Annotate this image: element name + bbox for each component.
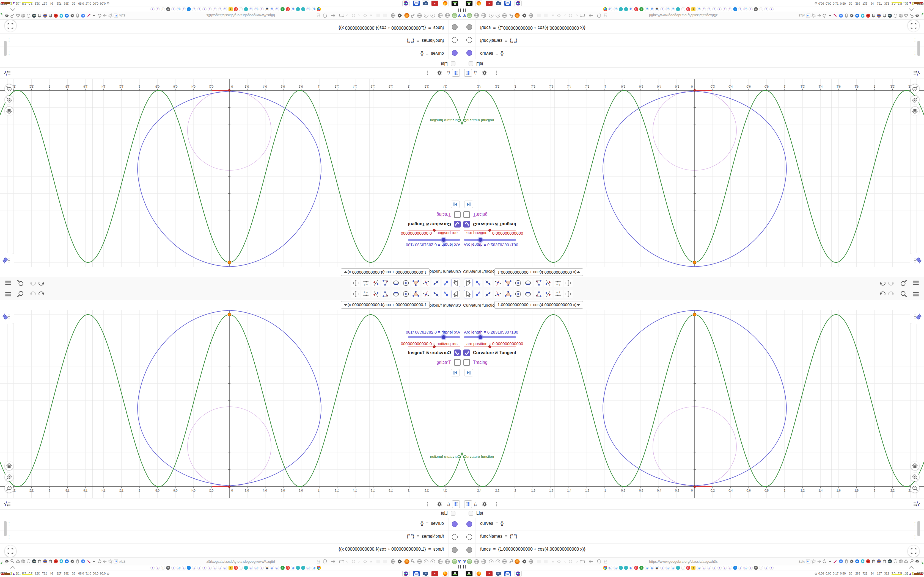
curvature-tangent-checkbox[interactable] — [464, 221, 470, 227]
arc-position-point[interactable] — [228, 485, 231, 488]
tree-view-button[interactable] — [464, 69, 472, 77]
favicon-flower[interactable]: * — [702, 566, 706, 570]
wrench-icon[interactable] — [10, 13, 15, 18]
shield-icon[interactable] — [322, 559, 328, 564]
visibility-toggle[interactable] — [467, 24, 472, 30]
favicon-flower[interactable]: * — [260, 566, 264, 570]
favicon-G[interactable]: G — [696, 7, 701, 11]
arrow-right-icon[interactable] — [817, 13, 822, 18]
row-kebab-icon[interactable]: ⋮ — [6, 50, 11, 55]
plus-blue-icon[interactable] — [855, 559, 859, 564]
favicon-flower[interactable]: * — [218, 566, 222, 570]
favicon-G[interactable]: G — [254, 566, 258, 570]
tool-circle[interactable] — [402, 290, 410, 298]
favicon-G[interactable]: G — [743, 566, 748, 570]
favicon-G[interactable]: G — [249, 7, 253, 11]
favicon-flower[interactable]: * — [738, 566, 742, 570]
zoom-in-button[interactable] — [911, 96, 919, 105]
green-orb-icon[interactable] — [452, 12, 457, 18]
collapse-button[interactable]: − — [451, 61, 456, 66]
shield-cyan-icon[interactable] — [860, 559, 865, 564]
algebra-row-funcnames[interactable]: funcNames = {" "} ⋮ — [462, 531, 924, 544]
shield-icon[interactable] — [893, 559, 898, 564]
row-kebab-icon[interactable]: ⋮ — [6, 38, 11, 43]
favicon-f[interactable]: f — [161, 566, 165, 570]
function-select[interactable]: Curvature function — [463, 300, 497, 310]
zoom-out-button[interactable] — [5, 84, 13, 93]
tool-intersect[interactable] — [422, 279, 430, 287]
tracing-checkbox[interactable] — [464, 211, 470, 218]
shield-icon[interactable] — [596, 13, 602, 18]
favicon-G[interactable]: G — [629, 566, 633, 570]
favicon-flower[interactable]: * — [171, 7, 176, 11]
globe-color-icon[interactable] — [876, 13, 881, 18]
fullscreen-button[interactable] — [5, 20, 16, 32]
row-kebab-icon[interactable]: ⋮ — [913, 38, 918, 43]
favicon-flower[interactable]: * — [202, 566, 207, 570]
globe-icon[interactable] — [502, 559, 507, 564]
gear-icon[interactable] — [5, 13, 9, 18]
kebab-menu-button[interactable] — [493, 500, 501, 508]
step-forward-button[interactable] — [451, 369, 460, 376]
favicon-gear-dark[interactable]: * — [166, 566, 170, 570]
visibility-toggle[interactable] — [467, 534, 472, 540]
tool-angle[interactable] — [381, 290, 390, 298]
ring-large-icon[interactable] — [351, 13, 356, 18]
graphics-view[interactable]: -2.4-2.2-2-1.8-1.6-1.4-1.2-1-0.8-0.6-0.4… — [462, 310, 924, 498]
search-icon[interactable] — [16, 290, 24, 298]
tool-circle[interactable] — [514, 290, 522, 298]
favicon-info[interactable]: i — [681, 566, 685, 570]
globe-icon[interactable] — [528, 13, 534, 18]
screenshot-app-icon[interactable] — [422, 0, 429, 6]
menu-icon[interactable] — [4, 279, 12, 287]
visibility-toggle[interactable] — [467, 521, 472, 527]
step-forward-button[interactable] — [464, 201, 473, 208]
favicon-bird[interactable]: « — [640, 566, 643, 570]
ghost-square-icon[interactable] — [376, 559, 381, 564]
red-settings-app-icon[interactable]: * — [431, 0, 438, 6]
chevron-down-icon[interactable] — [344, 304, 347, 306]
graphics-panel-button[interactable] — [910, 310, 924, 324]
arc-start-point[interactable] — [693, 261, 696, 264]
arc-length-slider-handle[interactable] — [477, 237, 483, 243]
favicon-flower[interactable]: * — [717, 7, 722, 11]
screenshot-app-icon[interactable] — [495, 0, 502, 6]
favicon-flower[interactable]: * — [150, 7, 155, 11]
function-button[interactable]: fx — [443, 69, 451, 77]
favicon-image[interactable]: ▲ — [691, 7, 695, 11]
download-icon[interactable] — [827, 559, 832, 564]
arc-start-point[interactable] — [693, 313, 696, 316]
search-icon[interactable] — [900, 290, 908, 298]
arc-start-point[interactable] — [228, 313, 231, 316]
chevron-down-icon[interactable] — [344, 271, 347, 273]
red-settings-app-icon[interactable]: * — [486, 0, 493, 6]
tool-pan[interactable] — [351, 290, 360, 298]
favicon-flower[interactable]: * — [202, 7, 207, 11]
gear-icon[interactable] — [522, 559, 527, 564]
favicon-teal[interactable] — [301, 7, 305, 11]
chevron-up-icon[interactable] — [9, 565, 16, 570]
arc-length-slider[interactable] — [464, 336, 516, 338]
favicon-flower[interactable]: * — [712, 566, 716, 570]
globe-icon[interactable] — [437, 12, 443, 18]
favicon-flower[interactable]: * — [171, 566, 176, 570]
favicon-G[interactable]: G — [270, 566, 274, 570]
mouse-icon[interactable] — [844, 559, 849, 564]
translate-icon[interactable]: Ax — [113, 559, 118, 564]
arc-position-point[interactable] — [693, 485, 696, 488]
firefox-icon[interactable] — [514, 12, 520, 19]
favicon-teal[interactable] — [676, 7, 680, 11]
favicon-teal[interactable] — [619, 566, 623, 570]
trash-icon[interactable] — [37, 13, 42, 18]
tool-intersect[interactable] — [494, 290, 502, 298]
row-kebab-icon[interactable]: ⋮ — [6, 534, 11, 539]
globe-icon[interactable] — [481, 12, 487, 18]
reload-icon[interactable] — [97, 13, 102, 18]
arrow-right-icon[interactable] — [817, 559, 822, 564]
function-select[interactable]: Curvature function — [427, 267, 461, 277]
ring-small-icon[interactable] — [356, 13, 361, 18]
chevron-down-icon[interactable] — [577, 304, 580, 306]
favicon-f[interactable]: f — [759, 7, 763, 11]
undo-button[interactable] — [878, 279, 887, 287]
arc-length-slider-handle[interactable] — [477, 334, 483, 340]
